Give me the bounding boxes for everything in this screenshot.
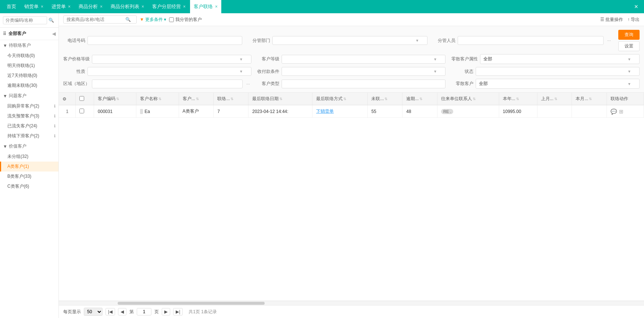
nav-close-icon[interactable]: × (41, 4, 43, 9)
filter-select-客户价格等级[interactable]: ▾ (92, 55, 251, 64)
filter-input-分管人员[interactable] (458, 36, 604, 45)
sidebar-all-customers[interactable]: ⠿ 全部客户 ◀ (0, 28, 58, 40)
sidebar-item[interactable]: 流失预警客户(3)ℹ (0, 111, 58, 121)
nav-item-商品分析[interactable]: 商品分析× (75, 0, 106, 13)
this-month-amount (572, 105, 607, 118)
horizontal-scrollbar[interactable] (59, 301, 644, 305)
filter-select-客户等级[interactable]: ▾ (282, 55, 446, 64)
setting-button[interactable]: 设置 (618, 41, 640, 51)
nav-close-icon[interactable]: × (215, 4, 218, 9)
sidebar-collapse-icon[interactable]: ◀ (52, 31, 56, 36)
filter-input-客户类型[interactable] (282, 80, 446, 88)
filter-more-label: 更多条件 (145, 17, 163, 23)
sidebar-item[interactable]: C类客户(6) (0, 181, 58, 191)
batch-op-button[interactable]: ☰ 批量操作 (600, 17, 623, 23)
filter-input-区域（地区）[interactable] (92, 80, 243, 88)
filter-item-电话号码: 电话号码 (63, 36, 242, 45)
nav-item-进货单[interactable]: 进货单× (48, 0, 74, 13)
sort-icon[interactable]: ⇅ (230, 97, 233, 101)
nav-item-客户分层经营[interactable]: 客户分层经营× (149, 0, 189, 13)
sort-icon[interactable]: ⇅ (419, 97, 422, 101)
sort-icon[interactable]: ⇅ (384, 97, 387, 101)
per-page-select[interactable]: 50 100 (84, 308, 103, 316)
sidebar-item[interactable]: 回购异常客户(2)ℹ (0, 101, 58, 111)
sidebar-section-待联络客户[interactable]: ▼待联络客户 (0, 40, 58, 51)
per-page-label: 每页显示 (63, 309, 81, 315)
sidebar-section-价值客户[interactable]: ▼价值客户 (0, 141, 58, 152)
col-header-code: 客户编码⇅ (94, 93, 136, 105)
nav-item-客户联络[interactable]: 客户联络× (190, 0, 221, 13)
col-header-checkbox[interactable] (76, 93, 94, 105)
sidebar-section-问题客户[interactable]: ▼问题客户 (0, 91, 58, 101)
sort-icon[interactable]: ⇅ (343, 97, 346, 101)
sort-icon[interactable]: ⇅ (116, 97, 119, 101)
sidebar-item[interactable]: 逾期未联络(30) (0, 81, 58, 91)
qr-icon[interactable]: ⊞ (619, 109, 623, 114)
my-customer-checkbox[interactable] (169, 17, 174, 22)
last-page-button[interactable]: ▶| (173, 308, 183, 315)
contact-count: 7 (214, 105, 248, 118)
page-label: 第 (129, 309, 134, 315)
export-button[interactable]: ↑ 导出 (627, 17, 640, 23)
sidebar-item[interactable]: 持续下滑客户(2)ℹ (0, 131, 58, 141)
filter-select-状态[interactable]: ▾ (476, 67, 640, 76)
nav-item-销货单[interactable]: 销货单× (21, 0, 47, 13)
filter-item-分管部门: 分管部门▾ (248, 36, 427, 45)
sidebar-item[interactable]: A类客户(1) (0, 162, 58, 172)
global-close-button[interactable]: × (631, 3, 641, 11)
next-page-button[interactable]: ▶ (162, 308, 170, 315)
more-dots-icon[interactable]: ··· (245, 81, 251, 86)
row-actions: 💬 ⊞ (607, 105, 644, 118)
sidebar-search-input[interactable] (3, 16, 47, 24)
select-all-checkbox[interactable] (79, 96, 84, 101)
sort-icon[interactable]: ⇅ (589, 97, 592, 101)
sidebar-item[interactable]: 已流失客户(24)ℹ (0, 121, 58, 131)
nav-close-icon[interactable]: × (68, 4, 71, 9)
row-checkbox[interactable] (79, 109, 84, 113)
sidebar-item[interactable]: 明天待联络(1) (0, 61, 58, 71)
page-number-input[interactable] (137, 308, 151, 315)
scrollbar-thumb[interactable] (118, 302, 265, 305)
filter-more-button[interactable]: ▼ 更多条件 ▾ (140, 17, 166, 23)
export-label: 导出 (631, 17, 640, 23)
filter-select-收付款条件[interactable]: ▾ (282, 67, 446, 76)
sidebar-item[interactable]: B类客户(33) (0, 172, 58, 181)
my-customer-label: 我分管的客户 (175, 17, 202, 23)
last-contact-method[interactable]: 下销货单 (312, 105, 368, 118)
filter-select-分管部门[interactable]: ▾ (272, 36, 427, 45)
sort-icon[interactable]: ⇅ (473, 97, 476, 101)
nav-item-商品分析列表[interactable]: 商品分析列表× (107, 0, 148, 13)
sidebar-item[interactable]: 近7天待联络(0) (0, 71, 58, 81)
sort-icon[interactable]: ⇅ (554, 97, 557, 101)
my-customer-checkbox-area[interactable]: 我分管的客户 (169, 17, 202, 23)
nav-close-icon[interactable]: × (142, 4, 144, 9)
query-button[interactable]: 查询 (618, 30, 640, 40)
first-page-button[interactable]: |◀ (105, 308, 115, 315)
more-dots-icon[interactable]: ··· (606, 38, 612, 43)
filter-select-零散客户属性[interactable]: 全部▾ (480, 54, 640, 64)
nav-close-icon[interactable]: × (183, 4, 186, 9)
all-customers-label: 全部客户 (8, 31, 26, 37)
sidebar-item[interactable]: 今天待联络(0) (0, 51, 58, 61)
filter-select-性质[interactable]: ▾ (87, 67, 251, 76)
nav-item-首页[interactable]: 首页 (3, 0, 20, 13)
contact-badge: RE . (441, 109, 453, 114)
filter-input-电话号码[interactable] (87, 36, 242, 45)
sort-icon[interactable]: ⇅ (279, 97, 282, 101)
prev-page-button[interactable]: ◀ (118, 308, 126, 315)
sidebar-search-icon[interactable]: 🔍 (49, 18, 54, 23)
sort-icon[interactable]: ⇅ (516, 97, 519, 101)
toolbar-search-input[interactable] (67, 17, 125, 22)
col-header-settings[interactable]: ⚙ (59, 93, 76, 105)
chevron-down-icon: ▾ (240, 57, 242, 62)
sort-icon[interactable]: ⇅ (158, 97, 161, 101)
sort-icon[interactable]: ⇅ (196, 97, 199, 101)
customer-table: ⚙客户编码⇅客户名称⇅客户...⇅联络...⇅最后联络日期⇅最后联络方式⇅未联.… (59, 93, 644, 118)
message-icon[interactable]: 💬 (611, 109, 617, 114)
nav-close-icon[interactable]: × (100, 4, 103, 9)
info-icon: ℹ (54, 124, 56, 128)
toolbar-search-icon[interactable]: 🔍 (125, 17, 131, 22)
col-header-contact2: 往来单位联系人⇅ (437, 93, 499, 105)
filter-select-零散客户[interactable]: 全部▾ (476, 79, 640, 89)
sidebar-item[interactable]: 未分组(32) (0, 152, 58, 162)
